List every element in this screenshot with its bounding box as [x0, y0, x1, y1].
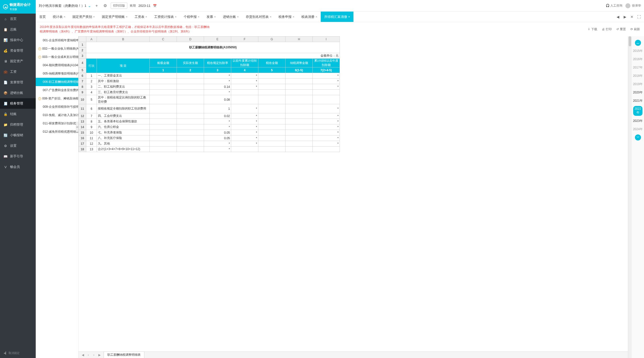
- year-2023年[interactable]: 2023年: [632, 117, 644, 125]
- report-item-11[interactable]: 012-减免所得税优惠明细表(…: [36, 128, 78, 136]
- sheet-first[interactable]: ◀: [80, 353, 85, 357]
- data-cell[interactable]: [177, 130, 204, 135]
- data-cell[interactable]: [313, 147, 340, 152]
- tab-1[interactable]: 统计表×: [49, 12, 69, 22]
- tab-prev[interactable]: ◀: [615, 14, 621, 20]
- year-2015年[interactable]: 2015年: [632, 47, 644, 55]
- row-head[interactable]: 3: [79, 53, 86, 59]
- data-cell[interactable]: [258, 73, 286, 79]
- data-cell[interactable]: [150, 147, 177, 152]
- data-cell[interactable]: [177, 90, 204, 95]
- close-icon[interactable]: ×: [64, 15, 65, 19]
- report-item-4[interactable]: 005-纳税调整项目明细表(A1…: [36, 69, 78, 78]
- data-cell[interactable]: [177, 135, 204, 141]
- data-cell[interactable]: [286, 141, 313, 147]
- calendar-icon[interactable]: 📅: [153, 4, 157, 8]
- data-cell[interactable]: *: [231, 124, 258, 130]
- data-cell[interactable]: [150, 79, 177, 84]
- row-head[interactable]: 6: [79, 73, 86, 79]
- sheet-last[interactable]: ▶: [97, 353, 102, 357]
- nav-item-10[interactable]: 📁归档管理: [0, 119, 36, 130]
- report-item-7[interactable]: ?008-资产折旧、摊销及纳税…: [36, 94, 78, 103]
- nav-item-6[interactable]: 📄发票管理: [0, 77, 36, 88]
- data-cell[interactable]: [150, 130, 177, 135]
- tab-close-all[interactable]: ✕: [629, 14, 635, 20]
- data-cell[interactable]: *: [231, 135, 258, 141]
- data-cell[interactable]: *: [231, 113, 258, 119]
- tab-4[interactable]: 工资表×: [131, 12, 151, 22]
- gear-icon[interactable]: ⚙: [102, 3, 108, 9]
- close-icon[interactable]: ×: [270, 15, 271, 19]
- data-cell[interactable]: 0.05: [204, 130, 231, 135]
- tab-8[interactable]: 进销台账×: [219, 12, 242, 22]
- data-cell[interactable]: [258, 124, 286, 130]
- data-cell[interactable]: *: [313, 79, 340, 84]
- data-cell[interactable]: [177, 84, 204, 90]
- report-item-3[interactable]: 004-期间费用明细表(A1040…: [36, 61, 78, 69]
- switch-old-version[interactable]: 切到旧版: [111, 3, 127, 9]
- data-cell[interactable]: *: [313, 130, 340, 135]
- data-cell[interactable]: *: [313, 141, 340, 147]
- sheet-tab[interactable]: 职工薪酬纳税调整明细表: [104, 351, 144, 358]
- close-icon[interactable]: ×: [126, 15, 128, 19]
- data-cell[interactable]: [258, 104, 286, 113]
- data-cell[interactable]: [258, 147, 286, 152]
- close-icon[interactable]: ×: [93, 15, 95, 19]
- nav-item-4[interactable]: 🖥固定资产: [0, 56, 36, 66]
- row-head[interactable]: 14: [79, 124, 86, 130]
- data-cell[interactable]: [177, 113, 204, 119]
- data-cell[interactable]: [286, 147, 313, 152]
- data-cell[interactable]: 0.05: [204, 135, 231, 141]
- data-cell[interactable]: *: [204, 124, 231, 130]
- row-head[interactable]: 5: [79, 67, 86, 73]
- data-cell[interactable]: [286, 90, 313, 95]
- year-up-icon[interactable]: ︽: [635, 40, 641, 46]
- data-cell[interactable]: *: [204, 73, 231, 79]
- data-cell[interactable]: [286, 124, 313, 130]
- tab-0[interactable]: 首页: [36, 12, 49, 22]
- close-icon[interactable]: ×: [145, 15, 147, 19]
- row-head[interactable]: 18: [79, 147, 86, 152]
- data-cell[interactable]: *: [231, 141, 258, 147]
- tab-10[interactable]: 税务申报×: [275, 12, 298, 22]
- nav-item-1[interactable]: 📋总账: [0, 24, 36, 35]
- data-cell[interactable]: [177, 79, 204, 84]
- data-cell[interactable]: [258, 95, 286, 104]
- data-cell[interactable]: [231, 90, 258, 95]
- col-head[interactable]: F: [231, 37, 258, 42]
- tab-5[interactable]: 工资统计报表×: [151, 12, 180, 22]
- nav-item-8[interactable]: 🧾税务管理: [0, 98, 36, 109]
- vertical-scrollbar[interactable]: [628, 36, 631, 358]
- row-head[interactable]: 8: [79, 84, 86, 90]
- tab-11[interactable]: 税表清册×: [298, 12, 321, 22]
- data-cell[interactable]: [150, 119, 177, 124]
- data-cell[interactable]: [177, 104, 204, 113]
- data-cell[interactable]: *: [313, 135, 340, 141]
- nav-item-7[interactable]: 📦进销台账: [0, 88, 36, 98]
- nav-item-11[interactable]: 🔄小畅报销: [0, 130, 36, 140]
- data-cell[interactable]: [258, 90, 286, 95]
- col-head[interactable]: H: [286, 37, 313, 42]
- data-cell[interactable]: [286, 113, 313, 119]
- nav-item-13[interactable]: 📖新手引导: [0, 151, 36, 162]
- data-cell[interactable]: *: [204, 147, 231, 152]
- data-cell[interactable]: [150, 141, 177, 147]
- row-head[interactable]: 13: [79, 119, 86, 124]
- data-cell[interactable]: [286, 84, 313, 90]
- data-cell[interactable]: *: [204, 90, 231, 95]
- data-cell[interactable]: [177, 147, 204, 152]
- report-item-2[interactable]: ?003-一般企业成本支出明细…: [36, 53, 78, 61]
- nav-item-2[interactable]: 📊报表中心: [0, 35, 36, 45]
- consult-link[interactable]: 🎧 人工咨询: [606, 4, 622, 8]
- col-head[interactable]: B: [97, 37, 150, 42]
- data-cell[interactable]: [286, 104, 313, 113]
- year-2018年[interactable]: 2018年: [632, 72, 644, 80]
- row-head[interactable]: 2: [79, 48, 86, 53]
- data-cell[interactable]: [286, 73, 313, 79]
- close-icon[interactable]: ×: [198, 15, 199, 19]
- year-2024年[interactable]: 2024年: [632, 125, 644, 133]
- data-cell[interactable]: [286, 130, 313, 135]
- tab-6[interactable]: 个税申报×: [180, 12, 203, 22]
- period-value[interactable]: 2023-11: [138, 4, 150, 8]
- col-head[interactable]: D: [177, 37, 204, 42]
